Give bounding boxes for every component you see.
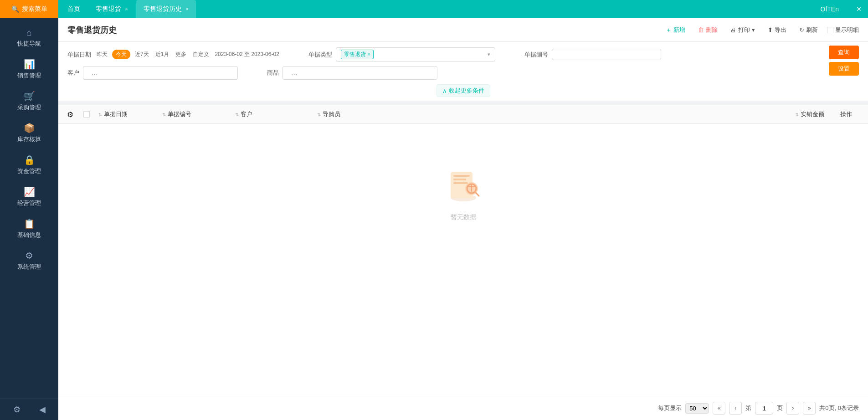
- date-option-7days[interactable]: 近7天: [133, 50, 151, 59]
- goods-ellipsis[interactable]: ...: [288, 69, 301, 77]
- date-option-custom[interactable]: 自定义: [191, 50, 211, 59]
- sidebar-item-basic-info-label: 基础信息: [17, 231, 41, 239]
- collapse-icon: ∧: [442, 87, 447, 94]
- page-unit: 页: [777, 404, 783, 412]
- window-close-btn[interactable]: ×: [850, 0, 868, 18]
- type-tag-close[interactable]: ×: [368, 52, 370, 57]
- per-page-select[interactable]: 50 100 200: [685, 403, 709, 414]
- goods-filter-group: 商品 ...: [267, 66, 437, 80]
- collapse-btn[interactable]: ∧ 收起更多条件: [437, 84, 490, 97]
- customer-filter-label: 客户: [67, 69, 79, 77]
- sidebar: ⌂ 快捷导航 📊 销售管理 🛒 采购管理 📦 库存核算 🔒 资金管理 📈 经营管…: [0, 18, 58, 420]
- filter-row-1: 单据日期 昨天 今天 近7天 近1月 更多 自定义 2023-06-02 至 2…: [67, 47, 859, 61]
- goods-filter-label: 商品: [267, 69, 279, 77]
- th-checkbox[interactable]: [78, 111, 95, 118]
- tab-retail-return-history[interactable]: 零售退货历史 ×: [136, 0, 196, 18]
- sidebar-item-sales[interactable]: 📊 销售管理: [0, 53, 58, 85]
- nav-first-btn[interactable]: «: [713, 402, 725, 415]
- export-label: 导出: [775, 26, 786, 34]
- th-amount-label: 实销金额: [801, 110, 824, 118]
- query-button[interactable]: 查询: [829, 46, 859, 59]
- tab-retail-return-history-label: 零售退货历史: [144, 5, 182, 13]
- sidebar-item-operation-label: 经营管理: [17, 199, 41, 207]
- search-menu-label: 搜索菜单: [22, 5, 47, 13]
- th-amount[interactable]: ⇅ 实销金额: [773, 110, 828, 118]
- tab-retail-return-close[interactable]: ×: [125, 6, 128, 12]
- nav-next-btn[interactable]: ›: [786, 402, 799, 415]
- nav-last-btn[interactable]: »: [803, 402, 816, 415]
- page-header: 零售退货历史 ＋ 新增 🗑 删除 🖨 打印 ▾ ⬆ 导出: [58, 18, 868, 42]
- refresh-label: 刷新: [806, 26, 818, 34]
- empty-icon: [441, 160, 486, 206]
- search-menu-btn[interactable]: 🔍 搜索菜单: [0, 0, 58, 18]
- th-num-label: 单据编号: [168, 110, 191, 118]
- sidebar-item-purchase[interactable]: 🛒 采购管理: [0, 85, 58, 117]
- tab-retail-return-label: 零售退货: [96, 5, 121, 13]
- show-detail-label[interactable]: 显示明细: [827, 26, 859, 34]
- date-option-today[interactable]: 今天: [112, 50, 130, 59]
- customer-filter-group: 客户 ...: [67, 66, 238, 80]
- show-detail-text: 显示明细: [835, 26, 859, 34]
- header-actions: ＋ 新增 🗑 删除 🖨 打印 ▾ ⬆ 导出 ↻ 刷新: [662, 24, 859, 36]
- sidebar-item-inventory-label: 库存核算: [17, 135, 41, 143]
- settings-bottom-icon[interactable]: ⚙: [13, 405, 21, 415]
- date-options: 昨天 今天 近7天 近1月 更多 自定义: [95, 50, 211, 59]
- type-filter-input[interactable]: 零售退货 × ▾: [336, 47, 495, 61]
- sidebar-item-finance[interactable]: 🔒 资金管理: [0, 149, 58, 181]
- setting-button[interactable]: 设置: [829, 62, 859, 76]
- page-num-input[interactable]: [755, 402, 773, 415]
- delete-label: 删除: [706, 26, 718, 34]
- sidebar-item-operation[interactable]: 📈 经营管理: [0, 181, 58, 213]
- customer-filter-input[interactable]: ...: [83, 66, 238, 80]
- sidebar-item-quick-nav[interactable]: ⌂ 快捷导航: [0, 22, 58, 53]
- settings-icon[interactable]: ⚙: [67, 110, 73, 119]
- sort-icon-num: ⇅: [162, 112, 166, 117]
- print-dropdown-icon: ▾: [752, 26, 755, 33]
- docnum-filter-input[interactable]: [552, 49, 661, 60]
- th-customer[interactable]: ⇅ 客户: [231, 110, 313, 118]
- tab-home[interactable]: 首页: [60, 0, 87, 18]
- query-label: 查询: [838, 49, 850, 56]
- svg-line-7: [476, 193, 479, 196]
- delete-button[interactable]: 🗑 删除: [694, 24, 721, 36]
- tab-retail-return-history-close[interactable]: ×: [185, 6, 189, 12]
- filter-row-2: 客户 ... 商品 ...: [67, 66, 859, 80]
- add-label: 新增: [673, 26, 685, 34]
- type-dropdown-arrow[interactable]: ▾: [488, 51, 490, 57]
- sidebar-item-basic-info[interactable]: 📋 基础信息: [0, 213, 58, 245]
- add-button[interactable]: ＋ 新增: [662, 24, 689, 36]
- tab-retail-return[interactable]: 零售退货 ×: [88, 0, 135, 18]
- sidebar-item-system[interactable]: ⚙ 系统管理: [0, 245, 58, 277]
- sidebar-item-finance-label: 资金管理: [17, 167, 41, 175]
- th-guide-label: 导购员: [323, 110, 340, 118]
- collapse-sidebar-icon[interactable]: ◀: [39, 405, 46, 415]
- collapse-label: 收起更多条件: [449, 87, 484, 95]
- refresh-button[interactable]: ↻ 刷新: [796, 24, 822, 36]
- date-filter-group: 单据日期 昨天 今天 近7天 近1月 更多 自定义 2023-06-02 至 2…: [67, 50, 279, 59]
- nav-prev-btn[interactable]: ‹: [729, 402, 742, 415]
- select-all-checkbox[interactable]: [83, 111, 90, 118]
- show-detail-checkbox[interactable]: [827, 27, 833, 33]
- goods-filter-input[interactable]: ...: [282, 66, 437, 80]
- th-settings[interactable]: ⚙: [62, 110, 78, 119]
- th-op: 操作: [828, 110, 864, 118]
- nav-prev-icon: ‹: [734, 405, 736, 411]
- date-option-more[interactable]: 更多: [174, 50, 188, 59]
- customer-ellipsis[interactable]: ...: [88, 69, 101, 77]
- th-guide[interactable]: ⇅ 导购员: [313, 110, 773, 118]
- print-button[interactable]: 🖨 打印 ▾: [727, 24, 759, 36]
- date-option-1month[interactable]: 近1月: [154, 50, 171, 59]
- export-button[interactable]: ⬆ 导出: [764, 24, 790, 36]
- print-label: 打印: [738, 26, 750, 34]
- filter-btn-group: 查询 设置: [829, 46, 859, 76]
- svg-rect-2: [453, 175, 470, 177]
- th-num[interactable]: ⇅ 单据编号: [159, 110, 231, 118]
- brand-label: OfTEn: [821, 5, 839, 13]
- type-tag: 零售退货 ×: [341, 50, 374, 59]
- nav-first-icon: «: [718, 405, 721, 411]
- sidebar-item-inventory[interactable]: 📦 库存核算: [0, 117, 58, 149]
- type-filter-label: 单据类型: [308, 51, 332, 59]
- th-date[interactable]: ⇅ 单据日期: [95, 110, 159, 118]
- date-option-yesterday[interactable]: 昨天: [95, 50, 109, 59]
- close-icon: ×: [857, 5, 862, 14]
